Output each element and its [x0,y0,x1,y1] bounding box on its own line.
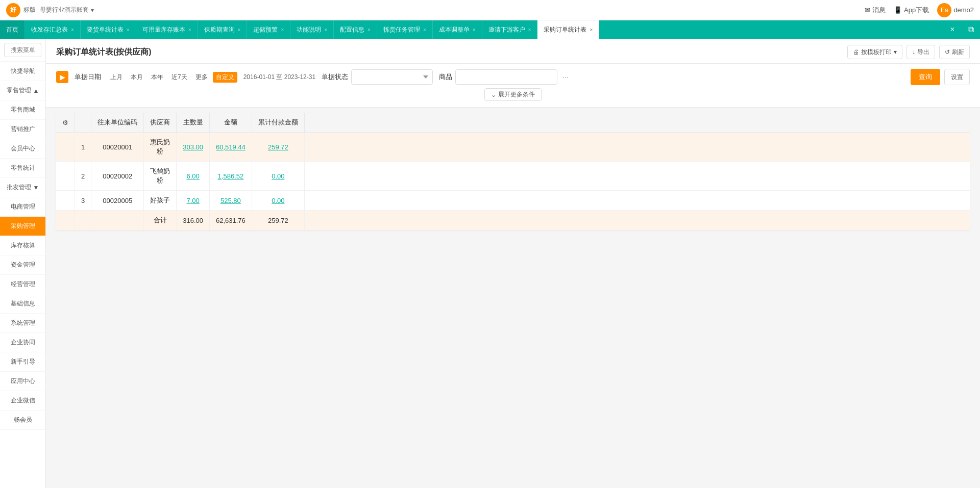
sidebar-item-member-vip[interactable]: 畅会员 [0,410,45,430]
sidebar-item-app-center[interactable]: 应用中心 [0,372,45,391]
sidebar-wholesale-mgmt-label: 批发管理 [7,183,31,192]
sidebar-item-enterprise-collab[interactable]: 企业协同 [0,333,45,352]
table-header-row: ⚙ 往来单位编码 供应商 主数量 金额 累计付款金额 [56,113,970,133]
tab-order-stats[interactable]: 要货单统计表 × [81,20,136,39]
sidebar-item-finance[interactable]: 资金管理 [0,255,45,275]
restore-window-btn[interactable]: ⧉ [962,20,980,39]
ellipsis-icon[interactable]: ··· [560,73,571,81]
close-warranty-query-icon[interactable]: × [238,27,241,33]
shortcut-this-month[interactable]: 本月 [128,72,146,83]
export-btn[interactable]: ↓ 导出 [906,45,935,59]
tab-invite-downstream[interactable]: 邀请下游客户 × [482,20,538,39]
tab-invite-downstream-label: 邀请下游客户 [488,25,525,34]
row-paid-cell: 0.00 [252,191,304,211]
sidebar-new-guide-label: 新手引导 [11,357,35,366]
settings-icon[interactable]: ⚙ [62,119,68,126]
filter-toggle-btn[interactable]: ▶ [56,71,68,83]
table-row: 2 00020002 飞鹤奶粉 6.00 1,586.52 0.00 [56,162,970,191]
tab-overstock-warning[interactable]: 超储预警 × [247,20,290,39]
row-vendor-code-cell: 00020005 [91,191,144,211]
sidebar-retail-mgmt-label: 零售管理 [7,86,31,95]
tab-cost-adjust[interactable]: 成本调整单 × [433,20,482,39]
tab-pick-task[interactable]: 拣货任务管理 × [377,20,433,39]
shortcut-custom[interactable]: 自定义 [213,72,237,83]
sidebar-item-ecommerce[interactable]: 电商管理 [0,197,45,217]
footer-extra-cell [304,211,970,230]
sidebar-item-new-guide[interactable]: 新手引导 [0,352,45,372]
refresh-label: 刷新 [952,48,964,57]
row-vendor-name-cell: 惠氏奶粉 [144,133,177,162]
close-config-info-icon[interactable]: × [368,27,371,33]
close-overstock-warning-icon[interactable]: × [281,27,284,33]
nav-tabs: 首页 收发存汇总表 × 要货单统计表 × 可用量库存账本 × 保质期查询 × 超… [0,20,980,39]
row-num-cell: 3 [75,191,91,211]
close-purchase-stats-icon[interactable]: × [590,27,593,33]
col-vendor-code: 往来单位编码 [91,113,144,133]
shortcut-last-month[interactable]: 上月 [107,72,126,83]
sidebar-item-enterprise-wechat[interactable]: 企业微信 [0,391,45,410]
close-function-desc-icon[interactable]: × [324,27,327,33]
tab-function-desc[interactable]: 功能说明 × [290,20,334,39]
row-settings-cell [56,162,75,191]
col-settings: ⚙ [56,113,75,133]
print-btn[interactable]: 🖨 按模板打印 ▾ [847,45,902,59]
close-cost-adjust-icon[interactable]: × [473,27,476,33]
sidebar-item-inventory[interactable]: 库存核算 [0,236,45,255]
page-header: 采购订单统计表(按供应商) 🖨 按模板打印 ▾ ↓ 导出 ↺ 刷新 [46,39,980,64]
sidebar-member-center-label: 会员中心 [11,144,35,153]
sidebar-item-basic-info[interactable]: 基础信息 [0,294,45,314]
setting-btn[interactable]: 设置 [944,69,970,85]
sidebar-item-system-mgmt[interactable]: 系统管理 [0,314,45,333]
tab-home-label: 首页 [6,25,18,34]
user-area[interactable]: Ea demo2 [937,3,974,17]
filter-section: ▶ 单据日期 上月 本月 本年 近7天 更多 自定义 2016-01-01 至 … [46,64,980,108]
workspace-selector[interactable]: 母婴行业演示账套 ▾ [40,6,94,14]
sidebar-item-operations[interactable]: 经营管理 [0,275,45,294]
sidebar-item-member-center[interactable]: 会员中心 [0,139,45,159]
print-label: 按模板打印 [861,48,892,57]
footer-label-cell [91,211,144,230]
tab-pick-task-label: 拣货任务管理 [383,25,420,34]
message-btn[interactable]: ✉ 消息 [865,6,886,15]
close-invite-downstream-icon[interactable]: × [528,27,531,33]
tab-receive-summary[interactable]: 收发存汇总表 × [25,20,81,39]
filter-status-label: 单据状态 [322,72,348,82]
close-receive-summary-icon[interactable]: × [71,27,74,33]
sidebar-item-retail-mgmt[interactable]: 零售管理 ▲ [0,81,45,100]
tab-overstock-warning-label: 超储预警 [253,25,278,34]
tab-purchase-stats[interactable]: 采购订单统计表 × [537,20,599,39]
close-window-btn[interactable]: × [943,20,962,39]
close-pick-task-icon[interactable]: × [423,27,426,33]
expand-row: ⌄ 展开更多条件 [56,85,970,102]
sidebar-item-retail-mall[interactable]: 零售商城 [0,100,45,120]
sidebar-item-retail-stats[interactable]: 零售统计 [0,159,45,178]
query-btn[interactable]: 查询 [911,69,940,85]
tab-home[interactable]: 首页 [0,20,25,39]
sidebar-item-marketing[interactable]: 营销推广 [0,120,45,139]
sidebar-finance-label: 资金管理 [11,261,35,269]
search-input[interactable] [4,43,41,57]
tab-config-info[interactable]: 配置信息 × [334,20,377,39]
sidebar-item-search[interactable] [0,39,45,62]
sidebar-item-purchase-mgmt[interactable]: 采购管理 [0,217,45,236]
row-extra-cell [304,191,970,211]
expand-btn[interactable]: ⌄ 展开更多条件 [484,88,542,101]
user-avatar: Ea [937,3,951,17]
filter-status-select[interactable] [351,69,433,85]
shortcut-this-year[interactable]: 本年 [148,72,166,83]
row-paid-cell: 259.72 [252,133,304,162]
tab-inventory-ledger[interactable]: 可用量库存账本 × [136,20,198,39]
filter-goods-input[interactable] [455,69,557,85]
page-actions: 🖨 按模板打印 ▾ ↓ 导出 ↺ 刷新 [847,45,970,59]
tab-warranty-query[interactable]: 保质期查询 × [198,20,248,39]
close-inventory-ledger-icon[interactable]: × [188,27,191,33]
refresh-btn[interactable]: ↺ 刷新 [939,45,970,59]
sidebar-item-wholesale-mgmt[interactable]: 批发管理 ▼ [0,178,45,197]
row-paid-cell: 0.00 [252,162,304,191]
close-order-stats-icon[interactable]: × [127,27,130,33]
export-icon: ↓ [912,48,915,56]
sidebar-item-quick-nav[interactable]: 快捷导航 [0,62,45,81]
shortcut-7days[interactable]: 近7天 [168,72,190,83]
app-download-btn[interactable]: 📱 App下载 [894,6,929,15]
shortcut-more[interactable]: 更多 [192,72,211,83]
